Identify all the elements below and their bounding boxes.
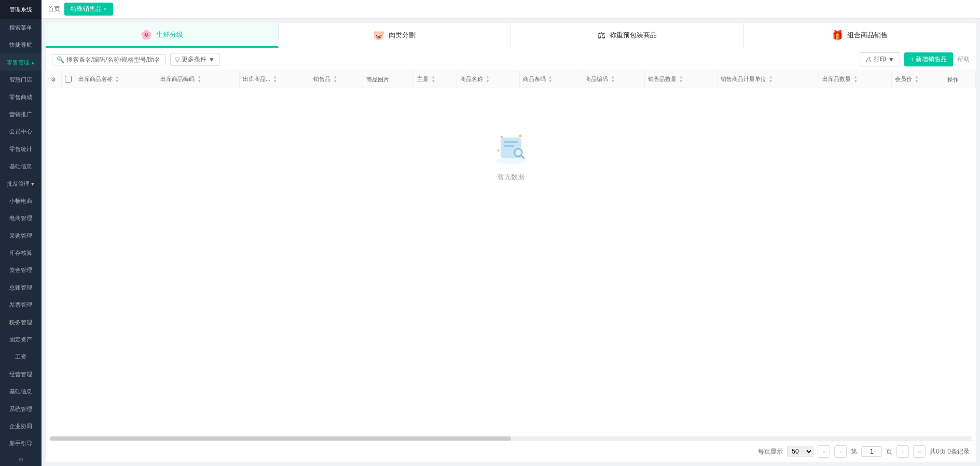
- sidebar-item-system-mgmt[interactable]: 系统管理: [0, 400, 42, 417]
- per-page-select[interactable]: 50 10 20 100: [787, 446, 813, 457]
- filter-label: 更多条件: [182, 55, 206, 64]
- col-action: 操作: [944, 71, 976, 88]
- help-button[interactable]: 帮助: [957, 55, 970, 64]
- sidebar-item-capital-mgmt[interactable]: 资金管理: [0, 261, 42, 278]
- col-product-code[interactable]: 商品编码 ▲▼: [582, 71, 645, 88]
- svg-point-9: [498, 149, 500, 152]
- fresh-grade-icon: 🌸: [141, 29, 152, 40]
- print-label: 打印: [874, 55, 886, 64]
- svg-point-7: [501, 136, 503, 138]
- col-product-image: 商品图片: [363, 71, 413, 88]
- svg-point-8: [519, 135, 521, 138]
- col-product-barcode[interactable]: 商品条码 ▲▼: [519, 71, 582, 88]
- sidebar-item-wages[interactable]: 工资: [0, 348, 42, 365]
- toolbar-right: 🖨 打印 ▼ + 新增销售品 帮助: [860, 52, 970, 66]
- col-main-amount[interactable]: 主量 ▲▼: [414, 71, 457, 88]
- category-tabs: 🌸 生鲜分级 🐷 肉类分割 ⚖ 称重预包装商品 🎁 组合商品销售: [46, 23, 976, 48]
- col-product-name[interactable]: 商品名称 ▲▼: [457, 71, 519, 88]
- scrollbar-thumb[interactable]: [50, 436, 511, 441]
- col-settings[interactable]: ⚙: [46, 71, 61, 88]
- svg-rect-3: [504, 145, 514, 147]
- sort-icon: ▲▼: [548, 75, 553, 84]
- sidebar-item-smart-store[interactable]: 智慧门店: [0, 71, 42, 88]
- print-button[interactable]: 🖨 打印 ▼: [860, 52, 900, 66]
- col-sales-unit[interactable]: 销售商品计量单位 ▲▼: [717, 71, 819, 88]
- sidebar-item-retail-mgmt[interactable]: 零售管理▲: [0, 53, 42, 71]
- first-page-button[interactable]: «: [818, 445, 830, 458]
- col-sales-product[interactable]: 销售品 ▲▼: [310, 71, 363, 88]
- data-table: ⚙ 出库商品名称 ▲▼ 出库商品编码 ▲▼ 出库商品... ▲▼: [46, 71, 976, 88]
- sidebar-item-invoice-mgmt[interactable]: 发票管理: [0, 296, 42, 313]
- special-sales-tab[interactable]: 特殊销售品 ×: [64, 3, 113, 16]
- tab-meat-cut[interactable]: 🐷 肉类分割: [279, 23, 512, 48]
- sidebar-item-enterprise-mgmt[interactable]: 企业协同: [0, 417, 42, 434]
- sidebar-item-retail-mall[interactable]: 零售商城: [0, 88, 42, 105]
- sidebar-item-ecommerce-mgmt[interactable]: 电商管理: [0, 209, 42, 226]
- sidebar-item-basic-info[interactable]: 基础信息: [0, 157, 42, 174]
- horizontal-scrollbar[interactable]: [50, 436, 972, 441]
- sidebar-item-retail-stats[interactable]: 零售统计: [0, 140, 42, 157]
- combo-sales-icon: 🎁: [832, 30, 843, 41]
- filter-button[interactable]: ▽ 更多条件 ▼: [170, 53, 219, 66]
- sidebar-item-basic-info2[interactable]: 基础信息: [0, 382, 42, 400]
- tab-weight-prepack[interactable]: ⚖ 称重预包装商品: [511, 23, 744, 48]
- sidebar-item-search-menu[interactable]: 搜索菜单: [0, 19, 42, 36]
- page-label: 第: [851, 447, 857, 456]
- col-out-product-name[interactable]: 出库商品名称 ▲▼: [75, 71, 157, 88]
- weight-prepack-icon: ⚖: [597, 30, 605, 41]
- next-page-button[interactable]: ›: [896, 445, 909, 458]
- empty-illustration: [490, 130, 532, 166]
- page-content: 🌸 生鲜分级 🐷 肉类分割 ⚖ 称重预包装商品 🎁 组合商品销售 🔍: [46, 23, 976, 462]
- page-input[interactable]: [861, 446, 882, 457]
- settings-icon[interactable]: ⚙: [0, 452, 42, 466]
- sidebar-item-ops-mgmt[interactable]: 经营管理: [0, 365, 42, 382]
- sidebar-item-tax-mgmt[interactable]: 税务管理: [0, 313, 42, 331]
- sort-icon: ▲▼: [273, 75, 277, 84]
- sidebar-item-wholesale-mgmt[interactable]: 批发管理▼: [0, 175, 42, 192]
- col-checkbox[interactable]: [61, 71, 75, 88]
- search-input[interactable]: [66, 56, 160, 63]
- sidebar-item-fixed-assets[interactable]: 固定资产: [0, 331, 42, 348]
- topbar: 首页 特殊销售品 ×: [42, 0, 980, 19]
- toolbar: 🔍 ▽ 更多条件 ▼ 🖨 打印 ▼ + 新增销售品 帮助: [46, 48, 976, 71]
- sort-icon: ▲▼: [611, 75, 615, 84]
- pagination: 每页显示 50 10 20 100 « ‹ 第 页 › » 共0页 0条记录: [46, 441, 976, 462]
- table-container: ⚙ 出库商品名称 ▲▼ 出库商品编码 ▲▼ 出库商品... ▲▼: [46, 71, 976, 436]
- print-arrow: ▼: [888, 56, 894, 63]
- sort-icon: ▲▼: [115, 75, 119, 84]
- sort-icon: ▲▼: [197, 75, 201, 84]
- print-icon: 🖨: [865, 56, 872, 63]
- sort-icon: ▲▼: [769, 75, 773, 84]
- prev-page-button[interactable]: ‹: [834, 445, 847, 458]
- retail-mgmt-arrow: ▲: [31, 60, 35, 66]
- sidebar-item-ledger-mgmt[interactable]: 总账管理: [0, 279, 42, 296]
- search-box[interactable]: 🔍: [52, 54, 166, 65]
- col-out-product-spec[interactable]: 出库商品... ▲▼: [239, 71, 310, 88]
- sidebar-item-mini-program[interactable]: 小畅电商: [0, 192, 42, 209]
- sidebar-item-member-center[interactable]: 会员中心: [0, 122, 42, 140]
- sidebar-logo: 管理系统: [0, 0, 42, 19]
- select-all-checkbox[interactable]: [65, 76, 72, 83]
- tab-label: 特殊销售品: [71, 5, 102, 13]
- sidebar-item-marketing[interactable]: 营销推广: [0, 105, 42, 122]
- sidebar-item-inventory-check[interactable]: 库存核算: [0, 244, 42, 261]
- svg-rect-2: [504, 141, 518, 143]
- col-out-qty[interactable]: 出库品数量 ▲▼: [819, 71, 892, 88]
- col-out-product-code[interactable]: 出库商品编码 ▲▼: [157, 71, 240, 88]
- last-page-button[interactable]: »: [913, 445, 926, 458]
- sidebar-item-quick-nav[interactable]: 快捷导航: [0, 36, 42, 53]
- home-link[interactable]: 首页: [48, 5, 60, 13]
- combo-sales-label: 组合商品销售: [847, 31, 888, 40]
- sort-icon: ▲▼: [333, 75, 337, 84]
- sort-icon: ▲▼: [486, 75, 490, 84]
- main-content: 首页 特殊销售品 × 🌸 生鲜分级 🐷 肉类分割 ⚖ 称重预包装商品 🎁 组合商…: [42, 0, 980, 466]
- add-sales-button[interactable]: + 新增销售品: [904, 52, 953, 66]
- sidebar-item-beginner-guide[interactable]: 新手引导: [0, 434, 42, 451]
- col-member-price[interactable]: 会员价 ▲▼: [891, 71, 944, 88]
- filter-arrow-icon: ▼: [209, 56, 215, 63]
- col-sales-qty[interactable]: 销售品数量 ▲▼: [644, 71, 717, 88]
- tab-close-icon[interactable]: ×: [104, 6, 107, 12]
- tab-combo-sales[interactable]: 🎁 组合商品销售: [744, 23, 976, 48]
- tab-fresh-grade[interactable]: 🌸 生鲜分级: [46, 23, 279, 48]
- sidebar-item-purchase-mgmt[interactable]: 采购管理: [0, 227, 42, 244]
